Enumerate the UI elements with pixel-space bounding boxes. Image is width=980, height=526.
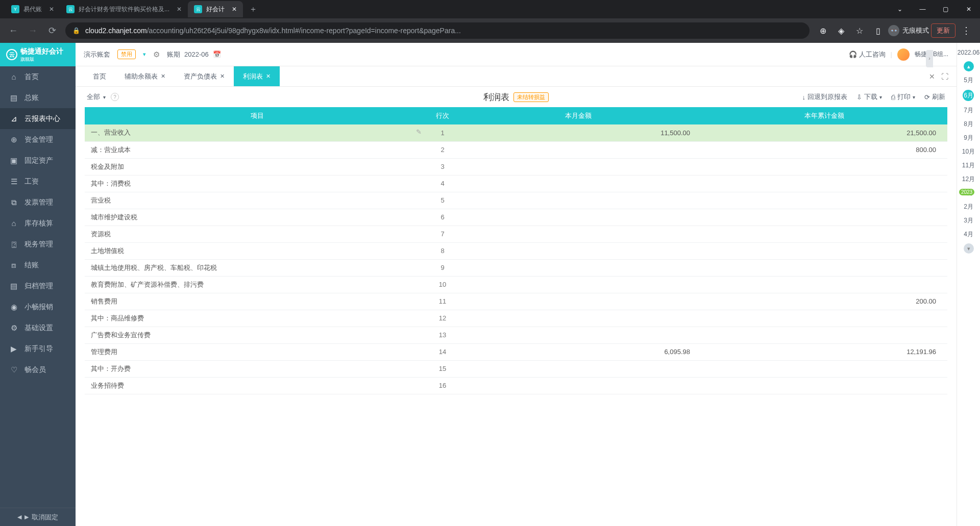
table-row[interactable]: 减：营业成本 2 800.00 (85, 141, 947, 158)
table-row[interactable]: 其中：商品维修费 12 (85, 310, 947, 327)
sidebar-item[interactable]: ▣ 固定资产 (0, 150, 76, 171)
refresh-button[interactable]: ⟳ 刷新 (924, 92, 945, 102)
month-item[interactable]: 10月 (962, 145, 975, 159)
table-row[interactable]: 管理费用 14 6,095.98 12,191.96 (85, 343, 947, 360)
month-item[interactable]: 7月 (962, 104, 975, 117)
maximize-button[interactable]: ▢ (934, 0, 957, 18)
close-all-tabs-icon[interactable]: ✕ (929, 72, 935, 81)
browser-tab[interactable]: 云 好会计财务管理软件购买价格及... ✕ (60, 1, 188, 17)
tab-title: 好会计 (206, 5, 225, 14)
tab-close-icon[interactable]: ✕ (161, 73, 165, 80)
forward-button[interactable]: → (24, 22, 41, 39)
rail-up-button[interactable]: ▴ (964, 61, 974, 71)
report-title: 利润表 (483, 91, 509, 103)
month-item[interactable]: 9月 (962, 131, 975, 145)
help-icon[interactable]: ? (111, 93, 119, 101)
sidebar-item[interactable]: ⚙ 基础设置 (0, 317, 76, 338)
disable-badge[interactable]: 禁用 (117, 49, 136, 59)
month-item[interactable]: 20231月 (962, 186, 975, 200)
month-item[interactable]: 5月 (962, 73, 975, 87)
tab-close-icon[interactable]: ✕ (177, 6, 182, 13)
month-item[interactable]: 2月 (962, 200, 975, 214)
edit-icon[interactable]: ✎ (416, 128, 422, 136)
table-row[interactable]: 其中：开办费 15 (85, 360, 947, 377)
sidebar-item[interactable]: ⊿ 云报表中心 (0, 108, 76, 129)
settings-icon[interactable]: ⚙ (153, 50, 160, 59)
page-tab[interactable]: 资产负债表✕ (175, 66, 234, 86)
filter-dropdown[interactable]: 全部 ▾ (87, 92, 106, 102)
table-row[interactable]: 城镇土地使用税、房产税、车船税、印花税 9 (85, 259, 947, 276)
table-row[interactable]: 一、营业收入✎ 1 11,500.00 21,500.00 (85, 124, 947, 141)
sidebar-item[interactable]: ⧉ 发票管理 (0, 192, 76, 213)
page-tab[interactable]: 利润表✕ (234, 66, 280, 86)
sidebar-item[interactable]: ▤ 总账 (0, 87, 76, 108)
cell-rownum: 1 (430, 124, 455, 141)
sidebar-item[interactable]: ⍰ 税务管理 (0, 234, 76, 255)
month-item[interactable]: 4月 (962, 228, 975, 241)
address-bar[interactable]: 🔒 cloud2.chanjet.com/accounting/uh26t264… (65, 22, 810, 39)
table-row[interactable]: 税金及附加 3 (85, 158, 947, 175)
page-tab[interactable]: 首页 (84, 66, 115, 86)
back-button[interactable]: ← (5, 22, 21, 39)
bookmark-icon[interactable]: ☆ (851, 22, 868, 39)
month-item[interactable]: 6月 (962, 87, 975, 104)
sidebar-item[interactable]: ♡ 畅会员 (0, 359, 76, 380)
page-tabs: 首页辅助余额表✕资产负债表✕利润表✕ ✕ ⛶ (76, 66, 957, 87)
table-row[interactable]: 城市维护建设税 6 (85, 209, 947, 226)
cell-month-amount (455, 209, 701, 226)
sidebar-item[interactable]: ⧈ 结账 (0, 255, 76, 275)
print-button[interactable]: ⎙ 打印 ▾ (891, 92, 915, 102)
incognito-badge: 👓 无痕模式 (888, 25, 929, 36)
minimize-button[interactable]: — (911, 0, 934, 18)
browser-menu-button[interactable]: ⋮ (958, 25, 975, 36)
sidebar-item[interactable]: ▤ 归档管理 (0, 275, 76, 296)
rail-down-button[interactable]: ▾ (964, 243, 974, 254)
browser-tab[interactable]: Y 易代账 ✕ (5, 1, 60, 17)
table-row[interactable]: 教育费附加、矿产资源补偿费、排污费 10 (85, 276, 947, 293)
table-row[interactable]: 其中：消费税 4 (85, 175, 947, 192)
account-dropdown-icon[interactable]: ▾ (143, 51, 146, 58)
browser-tab[interactable]: 云 好会计 ✕ (188, 1, 243, 17)
restore-button[interactable]: ↓ 回退到原报表 (802, 92, 848, 102)
table-row[interactable]: 业务招待费 16 (85, 377, 947, 394)
sidebar-item[interactable]: ⊕ 资金管理 (0, 129, 76, 150)
new-tab-button[interactable]: ＋ (243, 4, 263, 15)
cell-year-amount: 21,500.00 (701, 124, 947, 141)
app-logo[interactable]: 云 畅捷通好会计 旗舰版 (0, 43, 76, 66)
reload-button[interactable]: ⟳ (44, 22, 60, 39)
avatar[interactable] (897, 48, 910, 61)
table-row[interactable]: 销售费用 11 200.00 (85, 293, 947, 310)
reading-list-icon[interactable]: ▯ (870, 22, 886, 39)
table-row[interactable]: 营业税 5 (85, 192, 947, 209)
zoom-icon[interactable]: ⊕ (815, 22, 831, 39)
consult-button[interactable]: 🎧 人工咨询 (849, 50, 886, 59)
cancel-pin-button[interactable]: ◀ ▶ 取消固定 (0, 508, 76, 526)
month-item[interactable]: 12月 (962, 172, 975, 186)
account-name[interactable]: 演示账套 (84, 50, 110, 59)
month-item[interactable]: 3月 (962, 214, 975, 228)
sidebar-item[interactable]: ▶ 新手引导 (0, 338, 76, 359)
cell-year-amount (701, 360, 947, 377)
close-window-button[interactable]: ✕ (957, 0, 980, 18)
sidebar-item[interactable]: ◉ 小畅报销 (0, 296, 76, 317)
tab-close-icon[interactable]: ✕ (220, 73, 225, 80)
table-row[interactable]: 广告费和业务宣传费 13 (85, 327, 947, 343)
month-item[interactable]: 11月 (962, 159, 975, 172)
fullscreen-icon[interactable]: ⛶ (941, 72, 948, 81)
page-tab[interactable]: 辅助余额表✕ (115, 66, 175, 86)
tab-close-icon[interactable]: ✕ (49, 6, 54, 13)
table-row[interactable]: 资源税 7 (85, 226, 947, 242)
tab-close-icon[interactable]: ✕ (232, 6, 237, 13)
extension-icon[interactable]: ◈ (833, 22, 849, 39)
caret-down-icon[interactable]: ⌄ (888, 0, 911, 18)
table-row[interactable]: 土地增值税 8 (85, 242, 947, 259)
sidebar-item[interactable]: ☰ 工资 (0, 171, 76, 192)
sidebar-item[interactable]: ⌂ 库存核算 (0, 213, 76, 234)
collapse-rail-handle[interactable]: › (926, 50, 933, 67)
calendar-icon[interactable]: 📅 (213, 51, 221, 58)
update-button[interactable]: 更新 (931, 23, 955, 38)
download-button[interactable]: ⇩ 下载 ▾ (856, 92, 882, 102)
tab-close-icon[interactable]: ✕ (266, 73, 271, 80)
month-item[interactable]: 8月 (962, 117, 975, 131)
sidebar-item[interactable]: ⌂ 首页 (0, 66, 76, 87)
